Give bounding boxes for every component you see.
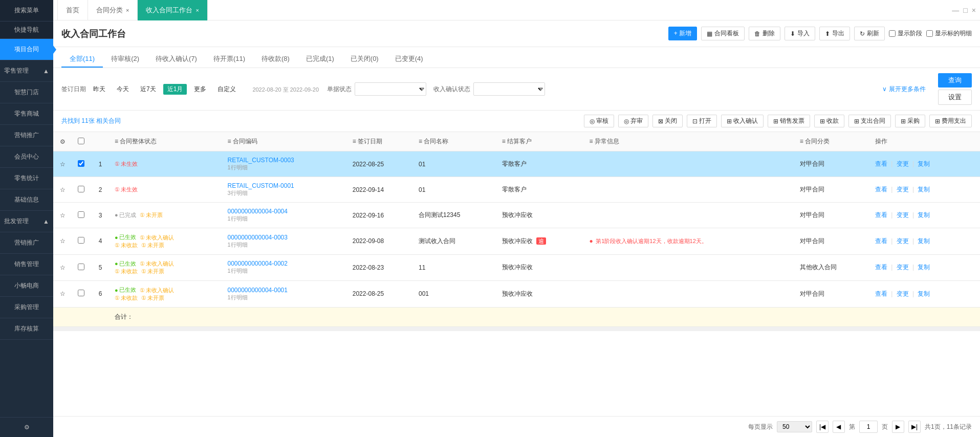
filter-tab-pending-confirm[interactable]: 待收入确认(7)	[147, 51, 205, 68]
minimize-icon[interactable]: —	[952, 6, 959, 14]
sidebar-nav[interactable]: 快捷导航	[0, 21, 53, 39]
sidebar-search[interactable]: 搜索菜单	[0, 0, 53, 21]
date-btn-1month[interactable]: 近1月	[163, 84, 187, 95]
row-setting[interactable]: ☆	[53, 151, 72, 177]
action-invoice-btn[interactable]: ⊞ 销售发票	[768, 115, 810, 127]
sidebar-item-project-contract[interactable]: 项目合同	[0, 39, 53, 60]
tab-income-workbench[interactable]: 收入合同工作台 ×	[138, 0, 207, 20]
contract-board-button[interactable]: ▦ 合同看板	[701, 27, 745, 40]
show-stage-input[interactable]	[889, 30, 896, 37]
view-btn-6[interactable]: 查看	[875, 290, 887, 297]
view-btn-1[interactable]: 查看	[875, 160, 887, 167]
action-payment-btn[interactable]: ⊞ 收款	[814, 115, 844, 127]
filter-tab-pending-review[interactable]: 待审核(2)	[103, 51, 147, 68]
edit-btn-6[interactable]: 变更	[897, 290, 909, 297]
h-scrollbar[interactable]	[53, 327, 980, 331]
import-button[interactable]: ⬇ 导入	[785, 27, 815, 40]
sidebar-settings[interactable]: ⚙	[0, 417, 53, 437]
date-btn-7days[interactable]: 近7天	[136, 84, 160, 95]
row-setting[interactable]: ☆	[53, 177, 72, 203]
action-expense-btn[interactable]: ⊞ 费用支出	[929, 115, 972, 127]
show-stage-checkbox[interactable]: 显示阶段	[889, 29, 922, 38]
tab-contract-category[interactable]: 合同分类 ×	[88, 0, 138, 20]
row-checkbox-6[interactable]	[72, 281, 90, 308]
confirm-status-select[interactable]	[473, 82, 545, 96]
edit-btn-4[interactable]: 变更	[897, 237, 909, 245]
filter-tab-pending-invoice[interactable]: 待开票(11)	[205, 51, 253, 68]
query-button[interactable]: 查询	[938, 73, 972, 88]
tab-close-income-workbench[interactable]: ×	[195, 7, 199, 13]
date-btn-today[interactable]: 今天	[113, 84, 133, 95]
contract-code-link-4[interactable]: 0000000000004-0003	[227, 234, 287, 241]
action-income-confirm-btn[interactable]: ⊞ 收入确认	[721, 115, 764, 127]
first-page-btn[interactable]: |◀	[816, 421, 829, 433]
new-button[interactable]: + 新增	[668, 27, 697, 40]
show-detail-checkbox[interactable]: 显示标的明细	[926, 29, 972, 38]
copy-btn-5[interactable]: 复制	[918, 264, 930, 271]
row-checkbox-2[interactable]	[72, 177, 90, 203]
action-purchase-btn[interactable]: ⊞ 采购	[895, 115, 925, 127]
copy-btn-6[interactable]: 复制	[918, 290, 930, 297]
col-setting[interactable]: ⚙	[53, 132, 72, 151]
row-setting[interactable]: ☆	[53, 203, 72, 228]
filter-tab-closed[interactable]: 已关闭(0)	[342, 51, 387, 68]
filter-tab-all[interactable]: 全部(11)	[61, 51, 103, 68]
sidebar-item-marketing[interactable]: 营销推广	[0, 125, 53, 146]
col-checkbox[interactable]	[72, 132, 90, 151]
view-btn-4[interactable]: 查看	[875, 237, 887, 245]
show-detail-input[interactable]	[926, 30, 933, 37]
sidebar-item-marketing2[interactable]: 营销推广	[0, 232, 53, 254]
contract-code-link-1[interactable]: RETAIL_CUSTOM-0003	[227, 157, 294, 164]
copy-btn-4[interactable]: 复制	[918, 237, 930, 245]
row-setting[interactable]: ☆	[53, 281, 72, 308]
select-all-checkbox[interactable]	[78, 138, 84, 144]
filter-tab-changed[interactable]: 已变更(4)	[387, 51, 431, 68]
action-close-btn[interactable]: ⊠ 关闭	[652, 115, 683, 127]
sidebar-item-ecommerce[interactable]: 小畅电商	[0, 275, 53, 297]
copy-btn-1[interactable]: 复制	[918, 160, 930, 167]
row-checkbox-3[interactable]	[72, 203, 90, 228]
action-abandon-review-btn[interactable]: ◎ 弃审	[618, 115, 648, 127]
sidebar-item-retail-stats[interactable]: 零售统计	[0, 168, 53, 189]
date-btn-more[interactable]: 更多	[190, 84, 210, 95]
contract-code-link-5[interactable]: 0000000000004-0002	[227, 260, 287, 267]
close-icon[interactable]: ×	[972, 6, 976, 14]
row-checkbox-1[interactable]	[72, 151, 90, 177]
sidebar-item-sales-mgmt[interactable]: 销售管理	[0, 254, 53, 275]
delete-button[interactable]: 🗑 删除	[749, 27, 780, 40]
tab-home[interactable]: 首页	[57, 0, 88, 20]
sidebar-item-purchase-mgmt[interactable]: 采购管理	[0, 297, 53, 318]
filter-setting-button[interactable]: 设置	[938, 90, 972, 105]
action-review-btn[interactable]: ◎ 审核	[584, 115, 614, 127]
contract-code-link-2[interactable]: RETAIL_CUSTOM-0001	[227, 182, 294, 189]
sidebar-item-retail-mall[interactable]: 零售商城	[0, 103, 53, 125]
sidebar-item-smart-store[interactable]: 智慧门店	[0, 82, 53, 103]
row-checkbox-5[interactable]	[72, 254, 90, 281]
sidebar-item-inventory[interactable]: 库存核算	[0, 318, 53, 340]
last-page-btn[interactable]: ▶|	[908, 421, 921, 433]
date-btn-custom[interactable]: 自定义	[213, 84, 240, 95]
export-button[interactable]: ⬆ 导出	[819, 27, 850, 40]
expand-conditions-btn[interactable]: ∨ 展开更多条件	[882, 85, 926, 94]
row-setting[interactable]: ☆	[53, 254, 72, 281]
page-input[interactable]	[859, 421, 878, 433]
doc-status-select[interactable]	[355, 82, 426, 96]
action-expense-contract-btn[interactable]: ⊞ 支出合同	[848, 115, 891, 127]
prev-page-btn[interactable]: ◀	[833, 421, 845, 433]
copy-btn-3[interactable]: 复制	[918, 211, 930, 218]
action-open-btn[interactable]: ⊡ 打开	[687, 115, 717, 127]
edit-btn-3[interactable]: 变更	[897, 211, 909, 218]
sidebar-item-member[interactable]: 会员中心	[0, 146, 53, 168]
contract-code-link-3[interactable]: 0000000000004-0004	[227, 208, 287, 215]
next-page-btn[interactable]: ▶	[892, 421, 904, 433]
row-setting[interactable]: ☆	[53, 228, 72, 255]
sidebar-item-base-info[interactable]: 基础信息	[0, 189, 53, 211]
row-checkbox-4[interactable]	[72, 228, 90, 255]
per-page-select[interactable]: 50 10 20 100	[777, 421, 812, 432]
view-btn-3[interactable]: 查看	[875, 211, 887, 218]
contract-code-link-6[interactable]: 0000000000004-0001	[227, 287, 287, 294]
edit-btn-2[interactable]: 变更	[897, 186, 909, 193]
view-btn-5[interactable]: 查看	[875, 264, 887, 271]
tab-close-contract-category[interactable]: ×	[126, 7, 129, 13]
view-btn-2[interactable]: 查看	[875, 186, 887, 193]
